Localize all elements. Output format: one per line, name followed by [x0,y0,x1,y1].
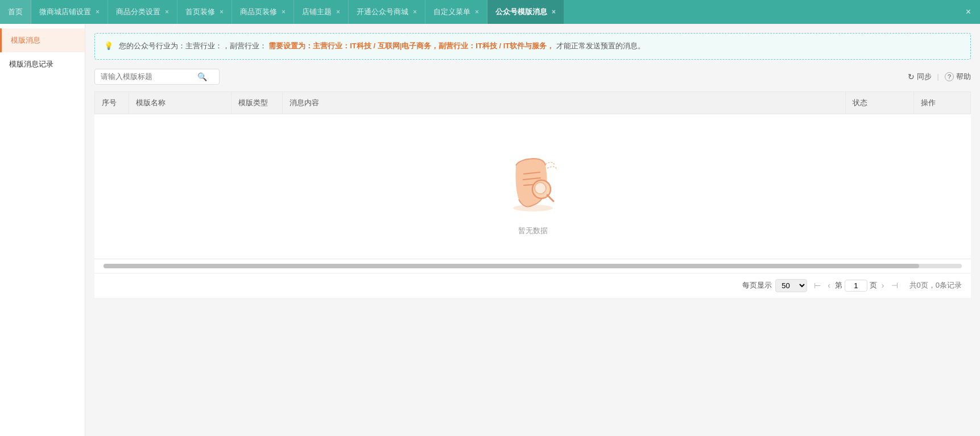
per-page-control: 每页显示 50 10 20 100 [742,279,807,292]
tab-close-custom-menu[interactable]: × [475,8,479,16]
horizontal-scrollbar[interactable] [94,259,971,273]
next-page-button[interactable]: › [879,280,887,291]
banner-prefix: 您的公众号行业为：主营行业：，副营行业： [119,41,267,50]
tab-shop-theme[interactable]: 店铺主题× [294,0,349,24]
tab-micro-shop[interactable]: 微商城店铺设置× [31,0,108,24]
close-all-button[interactable]: × [957,7,980,17]
page-number-input[interactable] [845,280,867,292]
col-type: 模版类型 [231,92,283,114]
page-label: 第 [835,280,842,290]
toolbar-right: ↻ 同步 | ? 帮助 [908,72,971,82]
first-page-button[interactable]: ⊢ [812,280,823,291]
tab-home[interactable]: 首页 [0,0,31,24]
sync-label: 同步 [917,72,932,82]
tab-close-product-category[interactable]: × [165,8,169,16]
sidebar-item-template-record[interactable]: 模版消息记录 [0,52,85,76]
svg-point-5 [535,182,546,194]
search-input-wrap: 🔍 [94,69,220,85]
scrollbar-thumb[interactable] [104,264,919,268]
tab-product-category[interactable]: 商品分类设置× [108,0,177,24]
page-nav: ⊢ ‹ 第 页 › ⊣ [812,280,900,292]
tip-icon: 💡 [104,41,113,50]
per-page-select[interactable]: 50 10 20 100 [775,279,807,292]
last-page-button[interactable]: ⊣ [889,280,900,291]
total-info: 共0页，0条记录 [909,280,962,290]
prev-page-button[interactable]: ‹ [825,280,833,291]
divider: | [937,72,939,81]
tab-product-decor[interactable]: 商品页装修× [232,0,294,24]
search-bar: 🔍 ↻ 同步 | ? 帮助 [94,69,971,85]
per-page-label: 每页显示 [742,280,772,290]
col-content: 消息内容 [283,92,846,114]
top-nav: 首页微商城店铺设置×商品分类设置×首页装修×商品页装修×店铺主题×开通公众号商城… [0,0,980,24]
banner-suffix: 才能正常发送预置的消息。 [556,41,645,50]
tab-close-open-mall[interactable]: × [413,8,417,16]
sync-button[interactable]: ↻ 同步 [908,72,932,82]
info-banner: 💡 您的公众号行业为：主营行业：，副营行业： 需要设置为：主营行业：IT科技 /… [94,33,971,60]
refresh-icon: ↻ [908,72,915,81]
banner-highlight: 需要设置为：主营行业：IT科技 / 互联网|电子商务，副营行业：IT科技 / I… [268,41,554,50]
empty-illustration [499,148,567,217]
tab-close-template-msg[interactable]: × [552,8,556,16]
tab-close-micro-shop[interactable]: × [96,8,100,16]
col-name: 模版名称 [129,92,231,114]
tab-close-shop-theme[interactable]: × [336,8,340,16]
help-button[interactable]: ? 帮助 [945,72,971,82]
tab-template-msg[interactable]: 公众号模版消息× [487,0,564,24]
search-icon[interactable]: 🔍 [197,72,207,81]
tab-custom-menu[interactable]: 自定义菜单× [425,0,487,24]
data-table: 序号 模版名称 模版类型 消息内容 状态 操作 [94,92,971,114]
sidebar: 模版消息模版消息记录 [0,24,85,436]
empty-state: 暂无数据 [94,114,971,259]
sidebar-item-template-message[interactable]: 模版消息 [0,28,85,52]
empty-text: 暂无数据 [518,226,548,236]
pagination: 每页显示 50 10 20 100 ⊢ ‹ 第 页 › ⊣ 共0页，0条记录 [94,273,971,298]
table-header-row: 序号 模版名称 模版类型 消息内容 状态 操作 [95,92,971,114]
svg-line-6 [547,195,553,201]
tab-open-mall[interactable]: 开通公众号商城× [349,0,425,24]
col-status: 状态 [846,92,914,114]
help-label: 帮助 [956,72,971,82]
page-unit: 页 [870,280,877,290]
col-action: 操作 [914,92,971,114]
help-icon: ? [945,72,954,81]
content-area: 💡 您的公众号行业为：主营行业：，副营行业： 需要设置为：主营行业：IT科技 /… [85,24,980,436]
tab-home-decor[interactable]: 首页装修× [177,0,232,24]
scrollbar-track[interactable] [104,264,962,268]
search-input[interactable] [101,72,197,81]
main-layout: 模版消息模版消息记录 💡 您的公众号行业为：主营行业：，副营行业： 需要设置为：… [0,24,980,436]
tab-close-home-decor[interactable]: × [220,8,224,16]
tab-close-product-decor[interactable]: × [282,8,286,16]
col-index: 序号 [95,92,129,114]
